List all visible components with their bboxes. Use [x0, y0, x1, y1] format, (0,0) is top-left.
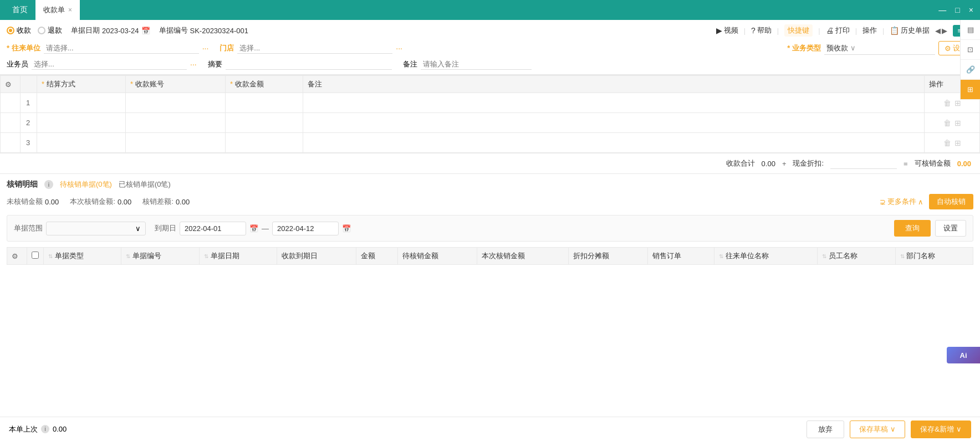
save-draft-btn[interactable]: 保存草稿 ∨ — [850, 421, 905, 438]
hexiao-stats: 未核销金额 0.00 本次核销金额: 0.00 核销差额: 0.00 ⊋ 更多条… — [7, 194, 973, 209]
table-settings-th[interactable]: ⚙ — [1, 76, 21, 93]
date-to-input[interactable] — [272, 222, 339, 235]
copy-icon-3[interactable]: ⊞ — [955, 139, 961, 147]
range-dash: — — [262, 224, 269, 233]
nav-home[interactable]: 首页 — [4, 0, 35, 20]
settlement-cell-1[interactable] — [37, 93, 126, 113]
range-select[interactable]: ∨ — [46, 222, 146, 235]
arrow-right-icon[interactable]: ▶ — [942, 27, 947, 35]
store-more-icon[interactable]: ··· — [396, 44, 402, 53]
win-close-btn[interactable]: × — [967, 6, 976, 14]
sidebar-grid-icon-btn[interactable]: ⊡ — [961, 40, 981, 60]
radio-receive[interactable]: 收款 — [7, 25, 31, 35]
nav-tab-close-icon[interactable]: × — [68, 6, 72, 14]
hexiao-pending-tab[interactable]: 待核销单据(0笔) — [60, 180, 112, 189]
operation-btn[interactable]: 操作 — [862, 25, 877, 35]
hexiao-done-tab[interactable]: 已核销单据(0笔) — [119, 180, 171, 189]
date-value[interactable]: 2023-03-24 — [102, 27, 139, 35]
range-field: 单据范围 ∨ — [14, 222, 146, 235]
note-cell-1[interactable] — [303, 93, 925, 113]
counterpart-input[interactable] — [44, 43, 199, 54]
sidebar-link-icon-btn[interactable]: 🔗 — [961, 60, 981, 80]
amount-th: * 收款金额 — [226, 76, 303, 93]
sidebar-grid-icon: ⊡ — [967, 45, 973, 54]
save-new-btn[interactable]: 保存&新增 ∨ — [911, 421, 971, 438]
cash-discount-input[interactable] — [830, 158, 897, 169]
bottom-gear-th[interactable]: ⚙ — [7, 248, 27, 265]
amount-cell-2[interactable] — [226, 113, 303, 133]
arrow-left-icon[interactable]: ◀ — [935, 27, 941, 35]
current-stat: 本次核销金额: 0.00 — [70, 197, 131, 207]
filter-settings-btn[interactable]: 设置 — [935, 220, 966, 237]
radio-refund-dot — [38, 27, 45, 34]
win-maximize-btn[interactable]: □ — [953, 6, 962, 14]
toolbar-right: ▶ 视频 | ? 帮助 | 快捷键 | 🖨 打印 | — [716, 24, 973, 37]
calendar-from-icon[interactable]: 📅 — [249, 224, 258, 233]
select-all-checkbox[interactable] — [32, 252, 39, 259]
account-cell-1[interactable] — [126, 93, 226, 113]
delete-icon-2[interactable]: 🗑 — [943, 119, 951, 127]
sidebar-link-icon: 🔗 — [966, 65, 975, 74]
settlement-cell-3[interactable] — [37, 133, 126, 153]
help-btn[interactable]: ? 帮助 — [751, 25, 772, 35]
save-new-label: 保存&新增 — [920, 424, 954, 434]
date-from-input[interactable] — [180, 222, 246, 235]
radio-refund[interactable]: 退款 — [38, 25, 62, 35]
unchecked-label: 未核销金额 — [7, 197, 43, 207]
receipts-table: ⚙ * 结算方式 * 收款账号 * 收款金额 备注 — [0, 75, 980, 153]
print-label: 打印 — [835, 25, 850, 35]
salesperson-input[interactable] — [32, 59, 187, 70]
filter-icon: ⊋ — [880, 198, 886, 206]
account-th: * 收款账号 — [126, 76, 226, 93]
abandon-btn[interactable]: 放弃 — [807, 421, 844, 438]
footer-info-icon[interactable]: i — [41, 425, 49, 433]
shortcut-btn[interactable]: 快捷键 — [784, 24, 813, 37]
delete-icon-1[interactable]: 🗑 — [943, 99, 951, 107]
amount-cell-1[interactable] — [226, 93, 303, 113]
note-group: 备注 — [403, 59, 532, 70]
counterpart-more-icon[interactable]: ··· — [202, 44, 209, 53]
query-btn[interactable]: 查询 — [894, 220, 931, 237]
bottom-gear-icon[interactable]: ⚙ — [12, 252, 18, 260]
unchecked-value: 0.00 — [45, 198, 59, 206]
delete-icon-3[interactable]: 🗑 — [943, 139, 951, 147]
nav-tab-receipt[interactable]: 收款单 × — [35, 0, 80, 20]
nav-tab-label: 收款单 — [43, 5, 65, 15]
toolbar-arrows: ◀ ▶ — [935, 27, 947, 35]
business-type-select[interactable]: 预收款 ∨ — [824, 42, 935, 55]
table-gear-icon[interactable]: ⚙ — [5, 80, 12, 89]
account-cell-2[interactable] — [126, 113, 226, 133]
settlement-cell-2[interactable] — [37, 113, 126, 133]
account-req-icon: * — [130, 80, 133, 88]
copy-icon-2[interactable]: ⊞ — [955, 119, 961, 127]
print-btn[interactable]: 🖨 打印 — [826, 25, 850, 35]
salesperson-more-icon[interactable]: ··· — [190, 60, 197, 69]
note-label: 备注 — [403, 59, 417, 69]
amount-th-b: 金额 — [356, 248, 398, 265]
note-input[interactable] — [421, 59, 532, 70]
summary-input[interactable] — [226, 59, 392, 70]
store-input[interactable] — [237, 43, 392, 54]
ai-button[interactable]: Ai — [947, 347, 980, 363]
date-field: 单据日期 2023-03-24 📅 — [71, 25, 150, 35]
counterpart-label: * 往来单位 — [7, 43, 40, 53]
note-cell-2[interactable] — [303, 113, 925, 133]
hexiao-info-icon[interactable]: i — [44, 180, 53, 189]
available-value: 0.00 — [957, 160, 971, 168]
history-btn[interactable]: 📋 历史单据 — [890, 25, 930, 35]
amount-cell-3[interactable] — [226, 133, 303, 153]
auto-hexiao-btn[interactable]: 自动核销 — [929, 194, 973, 209]
calendar-to-icon[interactable]: 📅 — [342, 224, 351, 233]
note-cell-3[interactable] — [303, 133, 925, 153]
total-value: 0.00 — [762, 160, 775, 168]
more-conditions-btn[interactable]: ⊋ 更多条件 ∧ — [880, 197, 923, 207]
calendar-icon[interactable]: 📅 — [141, 27, 150, 35]
sidebar-expand-icon-btn[interactable]: ⊞ — [961, 80, 981, 100]
bottom-check-th[interactable] — [27, 248, 44, 265]
video-btn[interactable]: ▶ 视频 — [716, 25, 738, 35]
history-label: 历史单据 — [901, 25, 930, 35]
win-minimize-btn[interactable]: — — [936, 6, 948, 14]
summary-label: 摘要 — [208, 59, 222, 69]
sidebar-table-icon-btn[interactable]: ▤ — [961, 20, 981, 40]
account-cell-3[interactable] — [126, 133, 226, 153]
